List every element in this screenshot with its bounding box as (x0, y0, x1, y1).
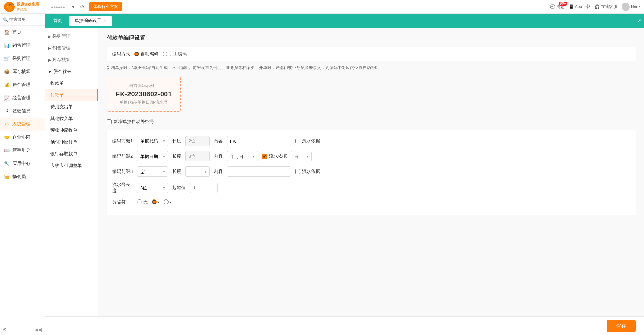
tab-minimize-btn[interactable]: — (629, 18, 634, 24)
prefix3-flow-input[interactable] (295, 169, 300, 174)
sidebar-item-home[interactable]: 🏠 首页 (0, 26, 45, 39)
prefix2-day-select[interactable]: 日 月 (291, 154, 311, 159)
tab-home[interactable]: 首页 (48, 16, 68, 26)
sub-sidebar-group-capital[interactable]: ▼ 资金往来 (45, 66, 98, 77)
tab-encoding-settings[interactable]: 单据编码设置 × (69, 16, 112, 26)
sidebar: 🔍 搜索菜单 🏠 首页 📊 销售管理 🛒 采购管理 📦 库存核算 💰 (0, 14, 45, 335)
sub-sidebar-item-payment[interactable]: 付款单 (45, 89, 98, 101)
sidebar-item-apps[interactable]: 🔧 应用中心 (0, 157, 45, 170)
prefix2-label: 编码前缀2 (112, 153, 133, 159)
apps-icon: 🔧 (4, 161, 10, 166)
finance-icon: 💰 (4, 82, 10, 87)
sidebar-item-guide[interactable]: 📖 新手引导 (0, 144, 45, 157)
prefix2-select-wrapper[interactable]: 单据日期 空 ▼ (137, 151, 168, 161)
separator-none-label[interactable]: 无 (137, 199, 148, 205)
prefix3-length-select-wrapper[interactable]: ▼ (185, 166, 210, 177)
sub-sidebar-item-advance-payable[interactable]: 预付冲应付单 (45, 136, 98, 148)
sub-sidebar-item-advance-receivable[interactable]: 预收冲应收单 (45, 124, 98, 136)
sidebar-item-system[interactable]: ⚙ 系统管理 (0, 118, 45, 131)
sidebar-item-inventory[interactable]: 📦 库存核算 (0, 65, 45, 78)
chevron-right-icon-inventory: ▶ (48, 57, 51, 63)
sidebar-item-member[interactable]: 👑 畅会员 (0, 170, 45, 183)
serial-length-select[interactable]: 3位 4位 5位 (137, 185, 168, 190)
sub-sidebar-item-other-income[interactable]: 其他收入单 (45, 113, 98, 124)
main-layout: 🔍 搜索菜单 🏠 首页 📊 销售管理 🛒 采购管理 📦 库存核算 💰 (0, 14, 644, 335)
avatar (622, 3, 630, 11)
chevron-right-icon-sales: ▶ (48, 46, 51, 51)
settings-btn[interactable]: ⚙ (78, 3, 86, 11)
prefix2-flow-checkbox[interactable]: 流水依据 (262, 153, 287, 159)
sub-sidebar-item-receipt[interactable]: 收款单 (45, 77, 98, 89)
sidebar-nav: 🏠 首页 📊 销售管理 🛒 采购管理 📦 库存核算 💰 资金管理 📈 经 (0, 26, 45, 324)
prefix1-select[interactable]: 单据代码 空 (137, 139, 168, 144)
preview-box: 当前编码示例： FK-20230602-001 单据代码-单据日期-流水号 (107, 77, 181, 112)
sidebar-item-sales[interactable]: 📊 销售管理 (0, 39, 45, 52)
prefix2-content-select-wrapper[interactable]: 年月日 年月 年 ▼ (227, 151, 258, 161)
company-dropdown-btn[interactable]: ▼ (71, 4, 75, 9)
prefix2-day-select-wrapper[interactable]: 日 月 ▼ (291, 151, 312, 161)
auto-fill-checkbox[interactable] (107, 119, 112, 124)
prefix2-length-label: 长度 (172, 153, 181, 159)
app-download-btn[interactable]: 📱 App下载 (569, 4, 590, 10)
sub-sidebar-group-purchase[interactable]: ▶ 采购管理 (45, 30, 98, 42)
tab-maximize-btn[interactable]: ⤢ (637, 18, 641, 24)
prefix3-length-select[interactable] (186, 169, 209, 174)
tab-bar: 首页 单据编码设置 × — ⤢ (45, 14, 644, 28)
prefix3-select-wrapper[interactable]: 空 单据代码 单据日期 ▼ (137, 166, 168, 177)
prefix2-content-label: 内容 (214, 153, 223, 159)
message-icon: 💬 (550, 4, 555, 9)
search-menu-btn[interactable]: 🔍 搜索菜单 (0, 14, 45, 26)
prefix2-flow-input[interactable] (262, 154, 267, 159)
sidebar-item-enterprise[interactable]: 🤝 企业协同 (0, 131, 45, 144)
sidebar-item-basic[interactable]: 🗄 基础信息 (0, 104, 45, 118)
sub-sidebar-group-sales[interactable]: ▶ 销售管理 (45, 42, 98, 54)
prefix1-content-input[interactable] (227, 136, 291, 146)
separator-dot1-input[interactable] (152, 199, 157, 204)
page-title: 付款单编码设置 (107, 35, 636, 42)
separator-none-input[interactable] (137, 199, 142, 204)
prefix3-content-input[interactable] (227, 166, 291, 177)
sidebar-item-business[interactable]: 📈 经营管理 (0, 91, 45, 104)
prefix2-select[interactable]: 单据日期 空 (137, 154, 168, 159)
sub-sidebar-item-adjustment[interactable]: 应收应付调整单 (45, 160, 98, 171)
separator-dot2-label[interactable]: · (164, 199, 171, 205)
prefix3-select[interactable]: 空 单据代码 单据日期 (137, 169, 168, 174)
prefix1-flow-input[interactable] (295, 139, 300, 143)
radio-auto-input[interactable] (134, 52, 139, 56)
user-info[interactable]: Nare (622, 3, 640, 11)
sidebar-item-purchase[interactable]: 🛒 采购管理 (0, 52, 45, 65)
sub-sidebar-group-inventory[interactable]: ▶ 库存核算 (45, 54, 98, 66)
separator-dot1-label[interactable]: · (152, 199, 160, 205)
guide-icon: 📖 (4, 148, 10, 153)
start-value-input[interactable] (190, 183, 218, 193)
encoding-form: 编码前缀1 单据代码 空 ▼ 长度 2位 内容 (107, 130, 636, 215)
sidebar-settings-btn[interactable]: ⚙ (3, 327, 7, 332)
save-button[interactable]: 保存 (607, 320, 636, 332)
sidebar-item-finance[interactable]: 💰 资金管理 (0, 78, 45, 91)
prefix3-flow-checkbox[interactable]: 流水依据 (295, 168, 320, 175)
separator-dot2-input[interactable] (164, 199, 169, 204)
radio-manual[interactable]: 手工编码 (163, 51, 187, 57)
radio-manual-input[interactable] (163, 52, 167, 56)
sub-sidebar-item-bank-deposit[interactable]: 银行存取款单 (45, 148, 98, 160)
sidebar-collapse-btn[interactable]: ◀◀ (35, 327, 42, 332)
business-icon: 📈 (4, 95, 10, 101)
company-selector[interactable]: ●●●●●● (48, 4, 68, 10)
preview-desc: 单据代码-单据日期-流水号 (116, 100, 172, 105)
message-btn[interactable]: 💬 消息 99+ (550, 4, 565, 10)
top-bar-left: 🍊 畅通道好生意 拼品版 ●●●●●● ▼ ⚙ 体验行业方案 (4, 2, 122, 12)
solution-btn[interactable]: 体验行业方案 (89, 2, 122, 11)
preview-label: 当前编码示例： (116, 83, 172, 89)
enterprise-icon: 🤝 (4, 134, 10, 140)
online-service-btn[interactable]: 🎧 在线客服 (595, 4, 617, 10)
auto-fill-row: 新增单据自动补空号 (107, 119, 636, 125)
prefix1-flow-checkbox[interactable]: 流水依据 (295, 138, 320, 144)
basic-icon: 🗄 (4, 108, 10, 114)
tab-close-btn[interactable]: × (104, 19, 106, 23)
prefix1-select-wrapper[interactable]: 单据代码 空 ▼ (137, 136, 168, 146)
sub-sidebar-item-expense[interactable]: 费用支出单 (45, 101, 98, 113)
radio-auto[interactable]: 自动编码 (134, 51, 158, 57)
serial-length-select-wrapper[interactable]: 3位 4位 5位 ▼ (137, 183, 168, 193)
prefix2-content-select[interactable]: 年月日 年月 年 (227, 154, 258, 159)
prefix3-label: 编码前缀3 (112, 168, 133, 175)
